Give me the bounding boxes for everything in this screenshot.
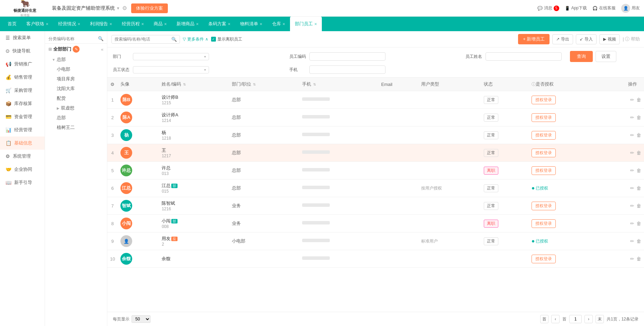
- dept-node-shenyang[interactable]: 沈阳大库: [48, 84, 107, 94]
- dept-edit-button[interactable]: ✎: [73, 46, 80, 53]
- close-icon[interactable]: ✕: [109, 22, 112, 26]
- edit-button[interactable]: ✏: [630, 132, 634, 138]
- sidebar-item-marketing[interactable]: 📢 营销推广: [0, 58, 45, 71]
- sidebar-item-search[interactable]: ☰ 搜索菜单: [0, 31, 45, 44]
- add-employee-button[interactable]: + 新增员工: [518, 34, 550, 44]
- delete-button[interactable]: 🗑: [636, 185, 641, 191]
- dept-node-distribution[interactable]: 配货: [48, 94, 107, 103]
- name-filter-input[interactable]: [486, 52, 562, 61]
- sidebar-item-sales[interactable]: 💰 销售管理: [0, 71, 45, 84]
- sidebar-item-finance[interactable]: 💳 资金管理: [0, 110, 45, 123]
- tab-goods[interactable]: 商品 ✕: [149, 17, 172, 31]
- auth-login-button[interactable]: 授权登录: [532, 166, 556, 175]
- export-button[interactable]: ↗ 导出: [552, 34, 573, 44]
- phone-filter-input[interactable]: [309, 65, 386, 74]
- edit-button[interactable]: ✏: [630, 168, 634, 173]
- code-filter-input[interactable]: [309, 52, 386, 61]
- close-icon[interactable]: ✕: [141, 22, 144, 26]
- tab-history[interactable]: 经营历程 ✕: [117, 17, 149, 31]
- dept-node-plant[interactable]: 植树王二: [48, 123, 107, 132]
- prev-page-button[interactable]: ‹: [551, 315, 560, 323]
- set-button[interactable]: 设置: [596, 51, 616, 62]
- edit-button[interactable]: ✏: [630, 221, 634, 226]
- sidebar-item-quick[interactable]: ⊙ 快捷导航: [0, 44, 45, 58]
- video-button[interactable]: ▶ 视频: [599, 34, 620, 44]
- sidebar-item-operations[interactable]: 📊 经营管理: [0, 123, 45, 136]
- next-page-button[interactable]: ›: [584, 315, 593, 323]
- delete-button[interactable]: 🗑: [636, 221, 641, 226]
- show-inactive-toggle[interactable]: ✓ 显示离职员工: [211, 36, 242, 42]
- first-page-button[interactable]: 首: [540, 315, 548, 323]
- edit-button[interactable]: ✏: [630, 115, 634, 120]
- app-download-button[interactable]: 📱 App下载: [565, 5, 587, 11]
- sidebar-item-basic[interactable]: 📋 基础信息: [0, 136, 45, 150]
- tab-operations[interactable]: 经营情况 ✕: [53, 17, 85, 31]
- delete-button[interactable]: 🗑: [636, 256, 641, 262]
- status-filter-select[interactable]: ▾: [133, 66, 209, 73]
- auth-login-button[interactable]: 授权登录: [532, 202, 556, 210]
- sidebar-item-purchase[interactable]: 🛒 采购管理: [0, 84, 45, 97]
- tab-customer[interactable]: 客户联络 ✕: [21, 17, 53, 31]
- import-button[interactable]: ↙ 导入: [576, 34, 597, 44]
- info-icon[interactable]: ⓘ: [532, 82, 536, 87]
- page-number-input[interactable]: [569, 315, 582, 323]
- dept-search-icon[interactable]: 🔍: [98, 36, 103, 41]
- delete-button[interactable]: 🗑: [636, 132, 641, 138]
- delete-button[interactable]: 🗑: [636, 238, 641, 244]
- more-filters-button[interactable]: ▽ 更多条件 ∧: [183, 36, 208, 42]
- system-dropdown-icon[interactable]: ▾: [117, 6, 119, 11]
- edit-button[interactable]: ✏: [630, 97, 634, 103]
- dept-node-electronics[interactable]: 小电部: [48, 64, 107, 74]
- close-icon[interactable]: ✕: [228, 22, 230, 26]
- tab-home[interactable]: 首页: [3, 17, 21, 31]
- edit-button[interactable]: ✏: [630, 185, 634, 191]
- close-icon[interactable]: ✕: [314, 22, 317, 26]
- close-icon[interactable]: ✕: [78, 22, 80, 26]
- user-menu-button[interactable]: 👤 用友: [621, 4, 640, 13]
- search-input[interactable]: [115, 37, 170, 42]
- online-service-button[interactable]: 🎧 在线客服: [592, 5, 616, 11]
- auth-login-button[interactable]: 授权登录: [532, 113, 556, 122]
- trial-button[interactable]: 体验行业方案: [131, 3, 168, 13]
- settings-icon[interactable]: ⚙: [122, 5, 127, 11]
- edit-button[interactable]: ✏: [630, 256, 634, 262]
- col-name[interactable]: 姓名/编码 ⇅: [159, 78, 229, 91]
- col-phone[interactable]: 手机 ⇅: [299, 78, 378, 91]
- all-dept-label[interactable]: 全部部门: [53, 46, 71, 52]
- delete-button[interactable]: 🗑: [636, 168, 641, 173]
- edit-button[interactable]: ✏: [630, 150, 634, 156]
- delete-button[interactable]: 🗑: [636, 203, 641, 209]
- dept-node-hq[interactable]: 总部: [48, 113, 107, 123]
- edit-button[interactable]: ✏: [630, 238, 634, 244]
- sidebar-item-inventory[interactable]: 📦 库存核算: [0, 97, 45, 110]
- auth-login-button[interactable]: 授权登录: [532, 219, 556, 228]
- dept-node-project[interactable]: 项目库房: [48, 74, 107, 84]
- tab-barcode[interactable]: 条码方案 ✕: [203, 17, 235, 31]
- tab-profit[interactable]: 利润报告 ✕: [85, 17, 117, 31]
- delete-button[interactable]: 🗑: [636, 150, 641, 156]
- sidebar-item-guide[interactable]: 📖 新手引导: [0, 176, 45, 189]
- col-dept[interactable]: 部门/职位 ⇅: [229, 78, 299, 91]
- tab-employees[interactable]: 部门员工 ✕: [290, 17, 322, 31]
- tab-warehouse[interactable]: 仓库 ✕: [267, 17, 290, 31]
- tab-bom[interactable]: 物料清单 ✕: [235, 17, 267, 31]
- dept-filter-select[interactable]: ▾: [133, 53, 209, 60]
- sidebar-item-collab[interactable]: 🤝 企业协同: [0, 163, 45, 176]
- query-button[interactable]: 查询: [570, 51, 593, 62]
- sidebar-item-system[interactable]: ⚙ 系统管理: [0, 150, 45, 163]
- dept-collapse-button[interactable]: «: [101, 47, 103, 52]
- auth-login-button[interactable]: 授权登录: [532, 131, 556, 140]
- message-button[interactable]: 💬 消息 5: [537, 5, 559, 11]
- tab-new-goods[interactable]: 新增商品 ✕: [172, 17, 203, 31]
- last-page-button[interactable]: 末: [596, 315, 604, 323]
- per-page-select[interactable]: 50 20 100: [131, 315, 151, 323]
- auth-login-button[interactable]: 授权登录: [532, 96, 556, 104]
- close-icon[interactable]: ✕: [282, 22, 285, 26]
- edit-button[interactable]: ✏: [630, 203, 634, 209]
- help-button[interactable]: | ⓘ 帮助: [623, 36, 640, 42]
- dept-search-input[interactable]: [48, 36, 97, 41]
- search-icon[interactable]: 🔍: [171, 37, 177, 42]
- col-settings[interactable]: ⚙: [107, 78, 118, 91]
- auth-login-button[interactable]: 授权登录: [532, 255, 556, 263]
- auth-login-button[interactable]: 授权登录: [532, 149, 556, 157]
